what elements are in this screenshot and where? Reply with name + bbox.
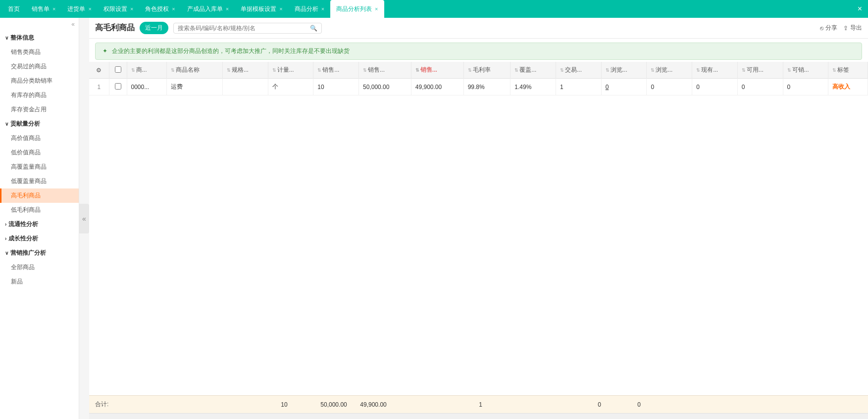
footer-values: 10 50,000.00 49,900.00 1 0 0: [118, 401, 862, 408]
nav-template-close[interactable]: ×: [279, 6, 282, 12]
row-sellable-stock: 0: [783, 79, 828, 95]
th-unit[interactable]: 计量...: [268, 62, 313, 79]
row-browse1[interactable]: 0: [601, 79, 647, 95]
th-gross-margin[interactable]: 毛利率: [463, 62, 511, 79]
sidebar-item-in-stock-goods[interactable]: 有库存的商品: [0, 88, 79, 102]
nav-role[interactable]: 角色授权 ×: [139, 0, 181, 18]
nav-product-analysis-close[interactable]: ×: [321, 6, 324, 12]
data-table: ⚙ 商... 商品名称 规格... 计量... 销售... 销售... 销售..…: [89, 62, 868, 95]
sidebar-item-new-goods[interactable]: 新品: [0, 275, 79, 289]
sidebar-group-overall-arrow: ∨: [5, 35, 8, 41]
th-available-stock[interactable]: 可用...: [737, 62, 783, 79]
sidebar-item-low-value[interactable]: 低价值商品: [0, 145, 79, 160]
nav-product-inbound-close[interactable]: ×: [226, 6, 229, 12]
sidebar-item-low-margin[interactable]: 低毛利商品: [0, 203, 79, 217]
nav-window-controls: ×: [858, 4, 866, 13]
search-input[interactable]: [178, 25, 310, 32]
content-area: 高毛利商品 近一月 🔍 ⎋ 分享 ⇪ 导出 ✦ 企业的主要的利润都是这部分商品创…: [89, 18, 868, 419]
sidebar-collapse-btn[interactable]: «: [0, 18, 79, 31]
sidebar-item-category-rate[interactable]: 商品分类助销率: [0, 74, 79, 88]
horizontal-scrollbar[interactable]: [89, 413, 868, 419]
row-sales-qty: 10: [313, 79, 359, 95]
share-btn[interactable]: ⎋ 分享: [820, 24, 837, 32]
main-layout: « ∨ 整体信息 销售类商品 交易过的商品 商品分类助销率 有库存的商品 库存资…: [0, 18, 868, 419]
footer-cell-9: [435, 401, 475, 408]
nav-template[interactable]: 单据模板设置 ×: [235, 0, 288, 18]
table-body: 1 0000... 运费 个 10 50,000.00 49,900.00 99…: [89, 79, 868, 95]
nav-role-close[interactable]: ×: [172, 6, 175, 12]
row-code: 0000...: [127, 79, 167, 95]
row-sales-amount: 50,000.00: [359, 79, 411, 95]
nav-permission[interactable]: 权限设置 ×: [98, 0, 139, 18]
sidebar-group-liquidity[interactable]: › 流通性分析: [0, 217, 79, 232]
th-settings[interactable]: ⚙: [89, 62, 109, 79]
nav-home[interactable]: 首页: [2, 0, 26, 18]
top-nav: 首页 销售单 × 进货单 × 权限设置 × 角色授权 × 产成品入库单 × 单据…: [0, 0, 868, 18]
footer-cell-12: [554, 401, 594, 408]
footer-cell-sales-qty: 10: [277, 401, 316, 408]
sidebar-item-stock-capital[interactable]: 库存资金占用: [0, 102, 79, 117]
th-sales-qty[interactable]: 销售...: [313, 62, 359, 79]
search-icon[interactable]: 🔍: [310, 25, 317, 32]
export-btn[interactable]: ⇪ 导出: [843, 24, 862, 32]
filter-recent-month-btn[interactable]: 近一月: [140, 22, 168, 34]
sidebar-group-growth-arrow: ›: [5, 236, 6, 241]
sidebar-item-high-value[interactable]: 高价值商品: [0, 131, 79, 145]
sidebar-toggle-btn[interactable]: «: [79, 204, 89, 233]
select-all-checkbox[interactable]: [115, 66, 121, 73]
th-sales-profit[interactable]: 销售...: [411, 62, 463, 79]
th-code[interactable]: 商...: [127, 62, 167, 79]
row-checkbox-cell[interactable]: [109, 79, 127, 95]
sidebar-item-all-goods[interactable]: 全部商品: [0, 260, 79, 275]
table-container: ⚙ 商... 商品名称 规格... 计量... 销售... 销售... 销售..…: [89, 62, 868, 395]
content-header: 高毛利商品 近一月 🔍 ⎋ 分享 ⇪ 导出: [89, 18, 868, 39]
footer-cell-8: [396, 401, 435, 408]
nav-product-inbound[interactable]: 产成品入库单 ×: [181, 0, 235, 18]
th-sales-amount[interactable]: 销售...: [359, 62, 411, 79]
sidebar-item-low-coverage[interactable]: 低覆盖量商品: [0, 174, 79, 188]
th-spec[interactable]: 规格...: [222, 62, 268, 79]
footer-label: 合计:: [95, 400, 108, 409]
nav-product-analysis-list-close[interactable]: ×: [375, 6, 378, 12]
nav-purchase[interactable]: 进货单 ×: [61, 0, 97, 18]
sidebar-item-traded-goods[interactable]: 交易过的商品: [0, 59, 79, 74]
row-browse2: 0: [647, 79, 692, 95]
th-tag[interactable]: 标签: [828, 62, 868, 79]
th-name[interactable]: 商品名称: [167, 62, 223, 79]
sidebar-item-sales-goods[interactable]: 销售类商品: [0, 45, 79, 59]
footer-cell-transactions: 1: [475, 401, 514, 408]
sidebar-group-marketing[interactable]: ∨ 营销推广分析: [0, 246, 79, 260]
th-sellable-stock[interactable]: 可销...: [783, 62, 828, 79]
th-current-stock[interactable]: 现有...: [692, 62, 738, 79]
nav-purchase-close[interactable]: ×: [88, 6, 91, 12]
th-checkbox[interactable]: [109, 62, 127, 79]
sidebar-group-contribution[interactable]: ∨ 贡献量分析: [0, 117, 79, 131]
sidebar-item-high-margin[interactable]: 高毛利商品: [0, 188, 79, 203]
window-close-button[interactable]: ×: [858, 4, 862, 13]
table-header-row: ⚙ 商... 商品名称 规格... 计量... 销售... 销售... 销售..…: [89, 62, 868, 79]
th-browse1[interactable]: 浏览...: [601, 62, 647, 79]
row-index: 1: [89, 79, 109, 95]
nav-sales[interactable]: 销售单 ×: [26, 0, 61, 18]
sidebar-group-growth[interactable]: › 成长性分析: [0, 232, 79, 246]
row-checkbox[interactable]: [115, 83, 121, 90]
nav-permission-close[interactable]: ×: [130, 6, 133, 12]
row-transactions: 1: [556, 79, 602, 95]
th-transactions[interactable]: 交易...: [556, 62, 602, 79]
sidebar-item-high-coverage[interactable]: 高覆盖量商品: [0, 160, 79, 174]
footer-cell-1: [158, 401, 198, 408]
th-browse2[interactable]: 浏览...: [647, 62, 692, 79]
th-coverage[interactable]: 覆盖...: [511, 62, 556, 79]
nav-sales-close[interactable]: ×: [52, 6, 55, 12]
row-name: 运费: [167, 79, 223, 95]
row-gross-margin: 99.8%: [463, 79, 511, 95]
search-box: 🔍: [173, 23, 322, 34]
row-available-stock: 0: [737, 79, 783, 95]
sidebar-group-overall[interactable]: ∨ 整体信息: [0, 31, 79, 45]
footer-cell-current: 0: [594, 401, 633, 408]
row-spec: [222, 79, 268, 95]
sidebar-group-contribution-arrow: ∨: [5, 121, 8, 127]
nav-product-analysis[interactable]: 商品分析 ×: [289, 0, 330, 18]
page-title: 高毛利商品: [95, 23, 135, 33]
nav-product-analysis-list[interactable]: 商品分析列表 ×: [330, 0, 384, 18]
